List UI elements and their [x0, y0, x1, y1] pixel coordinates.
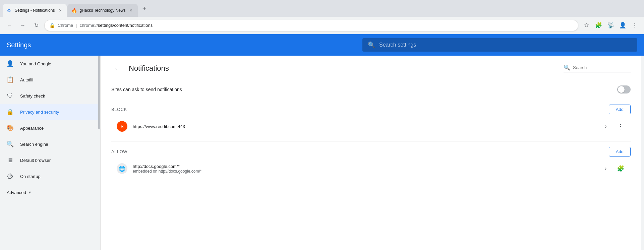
google-docs-site-row: 🌐 http://docs.google.com/* embedded on h… — [111, 159, 631, 178]
block-section: Block Add R https://www.reddit.com:443 › — [101, 99, 641, 141]
account-button[interactable]: 👤 — [617, 20, 628, 31]
notifications-toggle-row: Sites can ask to send notifications — [101, 80, 641, 99]
sidebar: 👤 You and Google 📋 Autofill 🛡 Safety che… — [0, 56, 101, 250]
ghacks-tab-close[interactable]: ✕ — [128, 8, 134, 13]
sidebar-item-privacy-security[interactable]: 🔒 Privacy and security — [0, 104, 100, 120]
settings-tab-close[interactable]: ✕ — [57, 8, 63, 13]
sidebar-item-label: On startup — [20, 174, 41, 179]
back-icon: ← — [7, 22, 12, 28]
sidebar-scrollbar — [98, 56, 100, 250]
toggle-label: Sites can ask to send notifications — [111, 87, 182, 92]
google-docs-extension-icon[interactable]: 🧩 — [616, 164, 625, 173]
allow-add-button[interactable]: Add — [609, 147, 631, 157]
block-add-button[interactable]: Add — [609, 105, 631, 114]
google-docs-url: http://docs.google.com/* — [133, 164, 596, 169]
cast-button[interactable]: 📡 — [605, 20, 616, 31]
settings-tab[interactable]: ⚙ Settings - Notifications ✕ — [3, 4, 67, 17]
sidebar-item-autofill[interactable]: 📋 Autofill — [0, 72, 100, 88]
browser-icon: 🖥 — [7, 157, 13, 164]
advanced-label: Advanced — [7, 190, 26, 195]
sidebar-advanced[interactable]: Advanced ▾ — [0, 184, 100, 200]
reddit-more-button[interactable]: ⋮ — [616, 122, 625, 131]
toolbar-actions: ☆ 🧩 📡 👤 ⋮ — [581, 20, 640, 31]
google-docs-favicon: 🌐 — [117, 163, 127, 174]
security-icon: 🔒 — [49, 23, 55, 28]
settings-tab-favicon: ⚙ — [7, 8, 12, 13]
sidebar-item-safety-check[interactable]: 🛡 Safety check — [0, 88, 100, 104]
settings-search-input[interactable] — [379, 42, 632, 48]
sidebar-item-label: Privacy and security — [20, 110, 59, 115]
reddit-favicon: R — [117, 121, 127, 132]
globe-icon: 🌐 — [119, 166, 125, 172]
settings-app: Settings 🔍 👤 You and Google 📋 Autofill — [0, 34, 644, 250]
ghacks-tab-favicon: 🔥 — [71, 8, 77, 13]
sidebar-item-label: Autofill — [20, 77, 33, 82]
url-display: chrome://settings/content/notifications — [80, 23, 153, 28]
sidebar-item-label: Search engine — [20, 142, 48, 147]
notifications-back-button[interactable]: ← — [111, 62, 123, 74]
new-tab-button[interactable]: + — [140, 4, 149, 13]
back-arrow-icon: ← — [114, 65, 121, 72]
content-search-icon: 🔍 — [564, 64, 570, 71]
settings-search-bar[interactable]: 🔍 — [362, 38, 637, 52]
block-label: Block — [111, 107, 127, 112]
settings-search-icon: 🔍 — [368, 41, 375, 49]
browser-frame: ⚙ Settings - Notifications ✕ 🔥 gHacks Te… — [0, 0, 644, 250]
settings-title: Settings — [7, 41, 31, 49]
puzzle-icon: 🧩 — [595, 22, 602, 29]
forward-icon: → — [20, 22, 25, 28]
sidebar-item-label: Safety check — [20, 93, 45, 99]
settings-header: Settings 🔍 — [0, 34, 644, 56]
sidebar-item-default-browser[interactable]: 🖥 Default browser — [0, 152, 100, 168]
settings-body: 👤 You and Google 📋 Autofill 🛡 Safety che… — [0, 56, 644, 250]
google-docs-chevron-icon[interactable]: › — [601, 164, 610, 173]
url-separator: | — [76, 23, 77, 28]
allow-header: Allow Add — [111, 147, 631, 157]
menu-button[interactable]: ⋮ — [629, 20, 640, 31]
back-button[interactable]: ← — [4, 20, 15, 31]
notifications-title: Notifications — [129, 64, 558, 73]
forward-button[interactable]: → — [17, 20, 28, 31]
toggle-thumb — [618, 86, 625, 93]
right-scrollbar-panel — [641, 56, 644, 250]
sidebar-scroll-thumb[interactable] — [98, 56, 100, 129]
notifications-search-bar[interactable]: 🔍 — [564, 64, 631, 72]
site-name: Chrome — [58, 23, 73, 28]
shield-icon: 🛡 — [7, 92, 13, 99]
url-path: settings/content/notifications — [98, 23, 153, 28]
main-content: ← Notifications 🔍 Sites can ask to send … — [101, 56, 641, 250]
url-scheme: chrome:// — [80, 23, 98, 28]
person-icon: 👤 — [7, 60, 13, 67]
reload-icon: ↻ — [34, 22, 39, 28]
bookmark-button[interactable]: ☆ — [581, 20, 592, 31]
address-bar[interactable]: 🔒 Chrome | chrome://settings/content/not… — [44, 20, 578, 31]
content-header: ← Notifications 🔍 — [101, 56, 641, 80]
reload-button[interactable]: ↻ — [31, 20, 42, 31]
search-icon: 🔍 — [7, 141, 13, 147]
reddit-chevron-icon[interactable]: › — [601, 122, 610, 131]
reddit-url: https://www.reddit.com:443 — [133, 124, 596, 129]
extension-button[interactable]: 🧩 — [593, 20, 604, 31]
lock-icon: 🔒 — [7, 109, 13, 115]
autofill-icon: 📋 — [7, 76, 13, 83]
ghacks-tab[interactable]: 🔥 gHacks Technology News ✕ — [67, 4, 137, 17]
settings-tab-title: Settings - Notifications — [15, 8, 55, 13]
notifications-toggle[interactable] — [617, 85, 631, 93]
sidebar-item-search-engine[interactable]: 🔍 Search engine — [0, 136, 100, 152]
reddit-site-row: R https://www.reddit.com:443 › ⋮ — [111, 117, 631, 136]
svg-text:R: R — [121, 124, 124, 129]
notifications-search-input[interactable] — [573, 65, 631, 70]
power-icon: ⏻ — [7, 173, 13, 180]
bookmark-icon: ☆ — [584, 22, 589, 29]
sidebar-item-appearance[interactable]: 🎨 Appearance — [0, 120, 100, 136]
allow-label: Allow — [111, 149, 127, 154]
block-header: Block Add — [111, 105, 631, 114]
account-icon: 👤 — [619, 22, 626, 29]
sidebar-item-on-startup[interactable]: ⏻ On startup — [0, 168, 100, 184]
browser-toolbar: ← → ↻ 🔒 Chrome | chrome://settings/conte… — [0, 17, 644, 34]
ghacks-tab-title: gHacks Technology News — [79, 8, 125, 13]
palette-icon: 🎨 — [7, 125, 13, 131]
google-docs-subtext: embedded on http://docs.google.com/* — [133, 169, 596, 174]
sidebar-item-label: You and Google — [20, 61, 51, 66]
sidebar-item-you-and-google[interactable]: 👤 You and Google — [0, 56, 100, 72]
